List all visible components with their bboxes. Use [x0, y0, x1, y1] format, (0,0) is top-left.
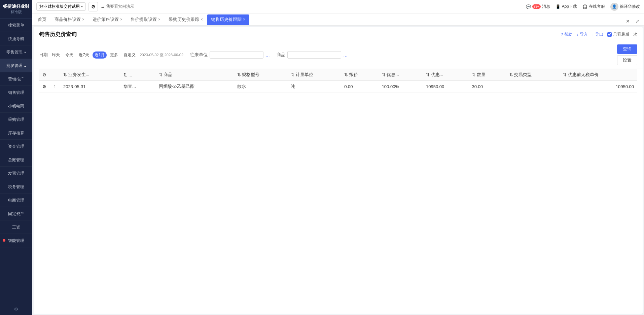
only-last-checkbox[interactable] — [607, 32, 612, 37]
page-title: 销售历史价查询 — [39, 31, 77, 38]
col-discount1[interactable]: ⇅ 优惠... — [379, 69, 423, 81]
sidebar-item-smart[interactable]: 智能管理 — [0, 234, 32, 247]
user-menu[interactable]: 👤 徐泽华修改 — [610, 3, 640, 11]
version-label: 好业财标准版交付试用 — [39, 4, 80, 9]
col-spec-sort: ⇅ — [237, 72, 241, 77]
sidebar-item-payroll[interactable]: 工资 — [0, 220, 32, 234]
settings-filter-button[interactable]: 设置 — [617, 55, 637, 65]
export-link[interactable]: ↑ 导出 — [592, 32, 603, 37]
sidebar-item-assets[interactable]: 固定资产 — [0, 207, 32, 220]
page-header-actions: ? 帮助 ↓ 导入 ↑ 导出 只看最后一次 — [561, 32, 637, 37]
tab-purchase-history-close[interactable]: × — [201, 17, 203, 22]
col-qty[interactable]: ⇅ 数量 — [468, 69, 506, 81]
tab-extract-label: 售价提取设置 — [131, 16, 157, 23]
data-table: ⚙ ⇅ 业务发生... ⇅ ... ⇅ 商品 — [39, 69, 637, 93]
tab-price[interactable]: 商品价格设置 × — [50, 14, 88, 25]
sidebar-settings[interactable]: ⚙ — [0, 303, 32, 315]
sidebar-item-sales[interactable]: 销售管理 — [0, 86, 32, 99]
app-name: 畅捷通好业财 — [3, 3, 30, 9]
sidebar-item-invoice[interactable]: 发票管理 — [0, 167, 32, 180]
table-row: ⚙ 1 2023-05-31 华查... 丙烯酸-2-乙基己酯 散水 吨 0.0… — [39, 81, 637, 93]
tab-extract[interactable]: 售价提取设置 × — [127, 14, 165, 25]
online-service-button[interactable]: 🎧 在线客服 — [582, 4, 605, 9]
only-last-label: 只看最后一次 — [613, 32, 637, 37]
app-logo: 畅捷通好业财 标准版 — [0, 0, 32, 19]
date-btn-yesterday[interactable]: 昨天 — [50, 51, 62, 59]
page-content: 销售历史价查询 ? 帮助 ↓ 导入 ↑ 导出 只看最后一次 — [34, 27, 643, 314]
from-unit-label: 往来单位 — [190, 52, 208, 58]
date-options: 昨天 今天 近7天 近1月 更多 自定义 — [50, 51, 138, 59]
help-label: 帮助 — [564, 32, 572, 37]
tab-close-button[interactable]: ✕ — [624, 17, 632, 25]
import-link[interactable]: ↓ 导入 — [576, 32, 588, 37]
date-range: 2023-05-02 至 2023-06-02 — [140, 53, 183, 58]
tab-sales-history-close[interactable]: × — [243, 17, 245, 22]
help-link[interactable]: ? 帮助 — [561, 32, 572, 37]
from-unit-more[interactable]: … — [265, 53, 270, 58]
query-button[interactable]: 查询 — [617, 44, 637, 54]
col-pretax-sort: ⇅ — [563, 72, 567, 77]
row-discount1: 100.00% — [379, 81, 423, 93]
col-product-sort: ⇅ — [159, 72, 163, 77]
col-price[interactable]: ⇅ 报价 — [341, 69, 378, 81]
tab-strategy-close[interactable]: × — [120, 17, 122, 22]
message-button[interactable]: 💬 99+ 消息 — [526, 4, 550, 9]
col-unit[interactable]: ⇅ 计量单位 — [287, 69, 341, 81]
col-product[interactable]: ⇅ 商品 — [155, 69, 234, 81]
col-more[interactable]: ⇅ ... — [120, 69, 155, 81]
row-gear[interactable]: ⚙ — [39, 81, 50, 93]
col-tx-type[interactable]: ⇅ 交易类型 — [506, 69, 560, 81]
product-more[interactable]: … — [343, 53, 348, 58]
only-last-checkbox-label[interactable]: 只看最后一次 — [607, 32, 637, 37]
sidebar-item-marketing[interactable]: 营销推广 — [0, 72, 32, 86]
sidebar-item-ecom[interactable]: 电商管理 — [0, 194, 32, 207]
sidebar-item-quicknav[interactable]: 快捷导航 — [0, 32, 32, 45]
tab-actions: ✕ ⤢ — [622, 17, 643, 25]
sidebar-item-inventory[interactable]: 库存核算 — [0, 126, 32, 140]
sidebar-item-finance[interactable]: 资金管理 — [0, 140, 32, 153]
tab-sales-history[interactable]: 销售历史价跟踪 × — [207, 14, 249, 25]
tab-extract-close[interactable]: × — [158, 17, 160, 22]
sidebar-item-retail[interactable]: 零售管理 ▾ — [0, 45, 32, 59]
row-product: 丙烯酸-2-乙基己酯 — [155, 81, 234, 93]
date-btn-1month[interactable]: 近1月 — [93, 51, 107, 59]
col-pretax-price[interactable]: ⇅ 优惠前无税单价 — [560, 69, 637, 81]
col-discount2[interactable]: ⇅ 优惠... — [423, 69, 468, 81]
topbar-right: 💬 99+ 消息 📱 App下载 🎧 在线客服 👤 徐泽华修改 — [526, 3, 640, 11]
date-btn-today[interactable]: 今天 — [63, 51, 75, 59]
row-unit: 吨 — [287, 81, 341, 93]
sidebar-item-purchase[interactable]: 采购管理 — [0, 113, 32, 126]
col-gear[interactable]: ⚙ — [39, 69, 50, 81]
settings-button[interactable]: ⚙ — [88, 2, 98, 11]
tab-expand-button[interactable]: ⤢ — [633, 17, 641, 25]
row-pretax-price: 10950.00 — [560, 81, 637, 93]
sidebar-item-search[interactable]: 搜索菜单 — [0, 19, 32, 32]
product-input[interactable] — [287, 51, 341, 59]
sidebar-item-tax[interactable]: 税务管理 — [0, 180, 32, 194]
demo-link[interactable]: ☁ 我要看实例演示 — [101, 4, 134, 9]
tab-purchase-history-label: 采购历史价跟踪 — [169, 16, 199, 23]
col-discount2-sort: ⇅ — [426, 72, 430, 77]
sidebar-item-wholesale[interactable]: 批发管理 ▴ — [0, 59, 32, 72]
tab-purchase-history[interactable]: 采购历史价跟踪 × — [165, 14, 207, 25]
table-container: ⚙ ⇅ 业务发生... ⇅ ... ⇅ 商品 — [34, 69, 643, 93]
col-spec[interactable]: ⇅ 规格型号 — [234, 69, 287, 81]
app-download-button[interactable]: 📱 App下载 — [556, 4, 577, 9]
version-selector[interactable]: 好业财标准版交付试用 ▾ — [36, 2, 86, 11]
date-btn-more[interactable]: 更多 — [108, 51, 120, 59]
col-unit-sort: ⇅ — [291, 72, 294, 77]
message-label: 消息 — [542, 4, 550, 9]
from-unit-input[interactable] — [210, 51, 263, 59]
demo-label: 我要看实例演示 — [106, 4, 134, 9]
sidebar-item-ecom-small[interactable]: 小畅电商 — [0, 99, 32, 113]
date-btn-7days[interactable]: 近7天 — [77, 51, 91, 59]
date-btn-custom[interactable]: 自定义 — [121, 51, 138, 59]
row-qty: 30.00 — [468, 81, 506, 93]
tab-price-close[interactable]: × — [82, 17, 84, 22]
message-icon: 💬 — [526, 4, 531, 9]
col-business-date[interactable]: ⇅ 业务发生... — [60, 69, 120, 81]
sidebar-item-ledger[interactable]: 总账管理 — [0, 153, 32, 167]
tab-home[interactable]: 首页 — [34, 14, 50, 25]
tab-strategy[interactable]: 进价策略设置 × — [88, 14, 127, 25]
table-header-row: ⚙ ⇅ 业务发生... ⇅ ... ⇅ 商品 — [39, 69, 637, 81]
